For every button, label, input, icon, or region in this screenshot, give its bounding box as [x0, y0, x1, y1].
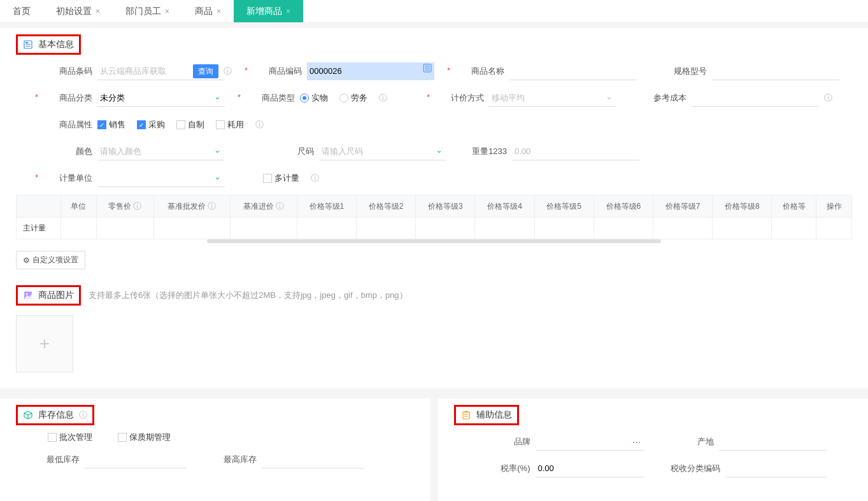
- panel-basic-info: 基本信息 商品条码 查询 ⓘ 商品编码 商品名称 规格型号 商品分类: [0, 28, 868, 388]
- label-spec: 规格型号: [656, 66, 707, 77]
- tab-bar: 首页 初始设置× 部门员工× 商品× 新增商品×: [0, 0, 868, 23]
- svg-rect-11: [464, 411, 468, 413]
- unit-select[interactable]: [97, 169, 225, 187]
- label-min-stock: 最低库存: [29, 454, 80, 465]
- refcost-input[interactable]: [692, 89, 819, 107]
- brand-input[interactable]: [536, 433, 644, 451]
- name-input[interactable]: [509, 62, 637, 80]
- horizontal-scrollbar[interactable]: [207, 239, 661, 243]
- label-type: 商品类型: [244, 92, 295, 104]
- label-max-stock: 最高库存: [206, 454, 257, 465]
- label-attr: 商品属性: [41, 119, 92, 131]
- gear-icon: ⚙: [23, 256, 30, 265]
- tax-input[interactable]: [536, 460, 644, 477]
- label-refcost: 参考成本: [636, 92, 687, 104]
- tab-init-settings[interactable]: 初始设置×: [43, 0, 113, 22]
- min-stock-input[interactable]: [85, 451, 187, 469]
- section-header-image: 商品图片: [16, 285, 81, 306]
- label-name: 商品名称: [453, 66, 504, 77]
- section-title: 基本信息: [38, 39, 74, 50]
- table-row[interactable]: 主计量: [17, 218, 852, 239]
- category-select[interactable]: [97, 89, 225, 107]
- barcode-query-button[interactable]: 查询: [193, 64, 218, 78]
- svg-rect-1: [25, 42, 28, 43]
- close-icon[interactable]: ×: [96, 7, 100, 16]
- section-header-basic: 基本信息: [16, 34, 81, 55]
- section-title: 辅助信息: [476, 409, 512, 421]
- tab-goods[interactable]: 商品×: [182, 0, 234, 22]
- image-hint: 支持最多上传6张（选择的图片单张大小不超过2MB，支持jpg，jpeg，gif，…: [89, 290, 408, 301]
- custom-fields-button[interactable]: ⚙ 自定义项设置: [16, 251, 85, 269]
- label-weight: 重量1233: [472, 146, 507, 157]
- close-icon[interactable]: ×: [165, 7, 169, 16]
- help-icon[interactable]: ⓘ: [224, 66, 232, 77]
- form-icon: [23, 39, 33, 50]
- code-input[interactable]: [307, 62, 434, 80]
- size-input[interactable]: [319, 143, 446, 160]
- help-icon[interactable]: ⓘ: [79, 409, 87, 421]
- label-category: 商品分类: [41, 92, 92, 104]
- help-icon[interactable]: ⓘ: [311, 173, 319, 184]
- help-icon[interactable]: ⓘ: [133, 201, 141, 211]
- image-icon: [23, 290, 33, 300]
- help-icon[interactable]: ⓘ: [379, 92, 387, 104]
- chk-selfmade[interactable]: 自制: [176, 119, 204, 131]
- help-icon[interactable]: ⓘ: [276, 201, 284, 211]
- section-title: 库存信息: [38, 409, 74, 421]
- list-icon[interactable]: [423, 64, 432, 74]
- plus-icon: +: [39, 334, 50, 354]
- chk-batch[interactable]: 批次管理: [48, 432, 92, 443]
- close-icon[interactable]: ×: [286, 7, 290, 16]
- help-icon[interactable]: ⓘ: [824, 92, 832, 104]
- help-icon[interactable]: ⓘ: [255, 119, 264, 131]
- tab-new-goods[interactable]: 新增商品×: [234, 0, 303, 22]
- max-stock-input[interactable]: [262, 451, 364, 469]
- label-size: 尺码: [263, 146, 314, 157]
- label-code: 商品编码: [251, 66, 302, 77]
- valuation-select[interactable]: [489, 89, 616, 107]
- panel-stock: 库存信息 ⓘ 批次管理 保质期管理 最低库存 最高库存: [0, 399, 430, 501]
- weight-input[interactable]: [512, 143, 639, 160]
- more-icon[interactable]: ⋯: [632, 437, 641, 447]
- radio-physical[interactable]: 实物: [300, 92, 328, 104]
- chk-consume[interactable]: 耗用: [216, 119, 244, 131]
- panel-aux: 辅助信息 品牌 ⋯ 产地 税率(%) 税收分类编码: [438, 399, 869, 501]
- spec-input[interactable]: [712, 62, 839, 80]
- chk-purchase[interactable]: ✓采购: [137, 119, 165, 131]
- tab-dept-staff[interactable]: 部门员工×: [113, 0, 182, 22]
- label-tax: 税率(%): [480, 463, 530, 474]
- chk-expiry[interactable]: 保质期管理: [118, 432, 171, 443]
- label-taxcode: 税收分类编码: [663, 463, 720, 474]
- svg-rect-10: [463, 412, 469, 419]
- radio-service[interactable]: 劳务: [339, 92, 367, 104]
- section-title: 商品图片: [38, 290, 74, 301]
- clipboard-icon: [461, 410, 471, 420]
- tab-home[interactable]: 首页: [0, 0, 43, 22]
- svg-rect-3: [25, 46, 31, 46]
- price-table-header: 单位 零售价 ⓘ 基准批发价 ⓘ 基准进价 ⓘ 价格等级1 价格等级2 价格等级…: [17, 195, 852, 218]
- section-header-stock: 库存信息 ⓘ: [16, 405, 94, 425]
- label-color: 颜色: [41, 146, 92, 157]
- svg-rect-2: [25, 44, 31, 45]
- section-header-aux: 辅助信息: [454, 405, 519, 425]
- help-icon[interactable]: ⓘ: [208, 201, 216, 211]
- image-upload-button[interactable]: +: [16, 315, 73, 372]
- origin-input[interactable]: [719, 433, 827, 451]
- label-barcode: 商品条码: [41, 66, 92, 77]
- close-icon[interactable]: ×: [217, 7, 221, 16]
- label-brand: 品牌: [480, 436, 530, 448]
- label-origin: 产地: [663, 436, 714, 448]
- label-valuation: 计价方式: [433, 92, 484, 104]
- chk-multi-unit[interactable]: 多计量: [263, 173, 299, 184]
- label-unit: 计量单位: [41, 173, 92, 184]
- taxcode-input[interactable]: [725, 460, 827, 477]
- svg-point-9: [26, 293, 28, 295]
- box-icon: [23, 410, 33, 420]
- color-input[interactable]: [97, 143, 225, 160]
- chk-sale[interactable]: ✓销售: [97, 119, 125, 131]
- price-table: 单位 零售价 ⓘ 基准批发价 ⓘ 基准进价 ⓘ 价格等级1 价格等级2 价格等级…: [16, 195, 852, 239]
